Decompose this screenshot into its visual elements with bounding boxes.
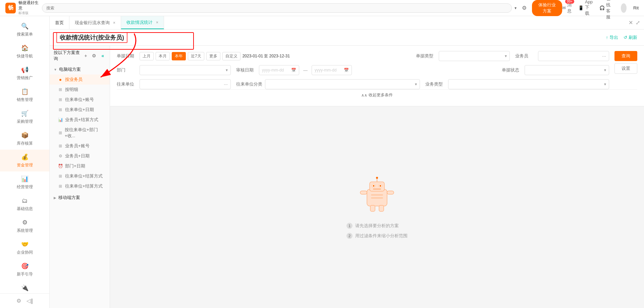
scheme-salesperson-account-label: 业务员+账号	[65, 143, 90, 149]
add-scheme-icon[interactable]: +	[83, 52, 89, 59]
date-btn-this-year[interactable]: 本年	[172, 52, 186, 60]
query-button[interactable]: 查询	[614, 51, 637, 61]
review-date-end[interactable]: yyyy-mm-dd 📅	[312, 65, 352, 75]
online-service-item[interactable]: 🎧 在线客服	[599, 0, 614, 20]
sidebar-item-smart-hardware[interactable]: 🔌 智能硬件	[0, 280, 49, 293]
tab-maximize-icon[interactable]: ⤢	[636, 19, 640, 26]
filter-row-1: 单据日期 上月 本月 本年 近7天 更多 自定义	[117, 51, 609, 61]
scheme-salesperson-account[interactable]: ⊞ 业务员+账号	[50, 141, 110, 151]
date-btn-last-month[interactable]: 上月	[140, 52, 154, 60]
export-button[interactable]: ↑ 导出	[606, 35, 619, 41]
svg-rect-9	[360, 191, 367, 194]
collapse-panel-icon[interactable]: «	[100, 52, 106, 59]
sidebar-item-operations[interactable]: 📊 经营管理	[0, 171, 49, 193]
mobile-group-label: 移动端方案	[58, 195, 80, 201]
sidebar-item-system[interactable]: ⚙ 系统管理	[0, 215, 49, 237]
scheme-panel-title: 按以下方案查询	[54, 50, 80, 62]
date-btn-this-month[interactable]: 本月	[156, 52, 170, 60]
sidebar-label-search-menu: 搜索菜单	[17, 32, 33, 37]
counterpart-select[interactable]: ···	[140, 79, 231, 89]
scheme-settings-icon[interactable]: ⚙	[91, 52, 97, 59]
scheme-salesperson-settlement[interactable]: 📊 业务员+结算方式	[50, 115, 110, 125]
scheme-dept-date[interactable]: ⏰ 部门+日期	[50, 161, 110, 171]
collapse-sidebar-icon[interactable]: ◁‖	[26, 298, 33, 304]
refresh-button[interactable]: ↺ 刷新	[624, 35, 637, 41]
sidebar-item-guide[interactable]: 🎯 新手引导	[0, 259, 49, 280]
app-download-item[interactable]: 📱 App下载	[578, 0, 593, 16]
desktop-group-title[interactable]: ▼ 电脑端方案	[50, 64, 110, 74]
tab-collection-stats-close[interactable]: ×	[156, 20, 158, 25]
date-btn-more[interactable]: 更多	[206, 52, 220, 60]
salesperson-more-icon[interactable]: ···	[602, 53, 606, 59]
empty-robot-illustration	[357, 176, 397, 216]
filter-field-doc-status: 单据状态 ▾	[502, 65, 609, 75]
tab-close-all-icon[interactable]: ✕	[629, 19, 633, 26]
tab-bar: 首页 现金银行流水查询 × 收款情况统计 × ✕ ⤢	[50, 16, 644, 30]
review-date-start[interactable]: yyyy-mm-dd 📅	[259, 65, 299, 75]
scheme-salesperson-account-icon: ⊞	[58, 143, 63, 149]
user-avatar[interactable]	[621, 3, 627, 13]
sidebar-item-basic-info[interactable]: 🗂 基础信息	[0, 193, 49, 215]
dept-select[interactable]: ▾	[140, 65, 231, 75]
messages-item[interactable]: ✉ 消息 99+	[562, 2, 572, 14]
page-actions: ↑ 导出 ↺ 刷新	[606, 35, 638, 41]
scheme-salesperson-date[interactable]: ⚙ 业务员+日期	[50, 151, 110, 161]
sidebar-label-guide: 新手引导	[17, 271, 33, 277]
filter-field-salesperson: 业务员 ···	[515, 51, 609, 61]
counterpart-category-select[interactable]: ▾	[265, 79, 420, 89]
business-type-select[interactable]: ▾	[448, 79, 609, 89]
scheme-counterpart-account-icon: ⊞	[58, 97, 63, 102]
doc-type-label: 单据类型	[416, 53, 436, 59]
salesperson-select[interactable]: ···	[538, 51, 609, 61]
scheme-counterpart-date[interactable]: ⊞ 往来单位+日期	[50, 105, 110, 115]
scheme-salesperson-date-label: 业务员+日期	[65, 153, 90, 159]
operations-icon: 📊	[21, 175, 29, 183]
mobile-scheme-group: ▶ 移动端方案	[50, 193, 110, 203]
doc-status-select[interactable]: ▾	[525, 65, 609, 75]
sidebar-label-purchase: 采购管理	[17, 119, 33, 124]
logo-text-area: 畅捷通好生意 标准版	[18, 0, 42, 15]
sidebar-item-quick-nav[interactable]: 🏠 快捷导航	[0, 41, 49, 62]
sidebar-item-marketing[interactable]: 📢 营销推广	[0, 62, 49, 84]
sidebar-item-enterprise[interactable]: 🤝 企业协同	[0, 237, 49, 259]
mobile-group-title[interactable]: ▶ 移动端方案	[50, 193, 110, 203]
doc-type-select[interactable]: ▾	[439, 51, 510, 61]
review-date-label: 审核日期	[236, 67, 256, 73]
sidebar-item-finance[interactable]: 💰 资金管理	[0, 150, 49, 171]
sidebar-item-search-menu[interactable]: 🔍 搜索菜单	[0, 19, 49, 41]
tab-bank-flow-close[interactable]: ×	[113, 20, 115, 25]
search-input[interactable]	[42, 3, 512, 13]
settings-bottom-icon[interactable]: ⚙	[16, 298, 21, 304]
date-btn-last-7days[interactable]: 近7天	[188, 52, 204, 60]
header-dropdown-icon[interactable]: ▾	[515, 6, 517, 10]
sidebar-item-sales[interactable]: 📋 销售管理	[0, 84, 49, 106]
scheme-counterpart-settlement1[interactable]: ⊞ 往来单位+结算方式	[50, 171, 110, 181]
filter-field-counterpart: 往来单位 ···	[117, 79, 231, 89]
calendar-end-icon[interactable]: 📅	[344, 68, 349, 72]
trial-button[interactable]: 体验行业方案	[532, 0, 562, 16]
scheme-by-salesperson[interactable]: ● 按业务员	[50, 74, 110, 85]
date-range-divider: —	[303, 68, 308, 73]
calendar-start-icon[interactable]: 📅	[291, 68, 296, 72]
tab-collection-stats[interactable]: 收款情况统计 ×	[121, 16, 164, 29]
collapse-filter-row[interactable]: ∧∧ 收起更多条件	[117, 89, 637, 101]
export-label: 导出	[609, 35, 618, 41]
scheme-counterpart-settlement2-label: 往来单位+结算方式	[65, 183, 103, 189]
scheme-counterpart-dept-income[interactable]: ⊞ 按往来单位+部门+收...	[50, 125, 110, 141]
scheme-salesperson-settlement-label: 业务员+结算方式	[65, 117, 98, 123]
date-btn-custom[interactable]: 自定义	[222, 52, 240, 60]
sidebar-item-purchase[interactable]: 🛒 采购管理	[0, 106, 49, 128]
scheme-counterpart-settlement2[interactable]: ⊞ 往来单位+结算方式	[50, 181, 110, 191]
tab-bank-flow[interactable]: 现金银行流水查询 ×	[69, 16, 121, 29]
finance-icon: 💰	[21, 153, 29, 161]
filter-field-counterpart-category: 往来单位分类 ▾	[236, 79, 420, 89]
counterpart-more-icon[interactable]: ···	[224, 82, 228, 87]
gear-icon[interactable]: ⚙	[522, 5, 527, 11]
svg-rect-8	[373, 189, 381, 190]
sidebar-label-marketing: 营销推广	[17, 75, 33, 81]
tab-home[interactable]: 首页	[50, 16, 69, 29]
settings-button[interactable]: 设置	[614, 63, 637, 74]
sidebar-item-inventory[interactable]: 📦 库存核算	[0, 128, 49, 150]
scheme-by-detail[interactable]: ⊞ 按明细	[50, 85, 110, 95]
scheme-counterpart-account[interactable]: ⊞ 往来单位+账号	[50, 95, 110, 105]
